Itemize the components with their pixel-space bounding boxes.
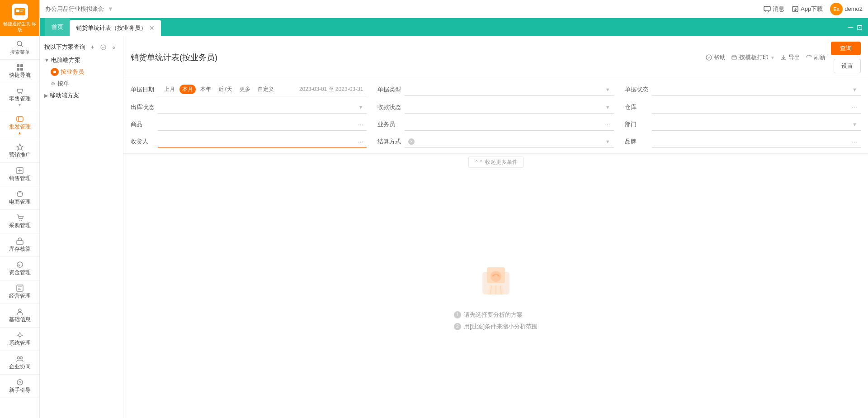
svg-point-47 [491,271,501,282]
user-avatar: Ea [830,3,843,15]
filter-goods: 商品 ··· [131,118,367,131]
appdownload-btn[interactable]: App下载 [792,5,823,13]
collapse-btn[interactable]: ⌃⌃ 收起更多条件 [468,157,524,168]
receiptstatus-select[interactable]: ▼ [405,101,613,114]
filter-doctype: 单据类型 ▼ [377,83,613,96]
filter-row-4: 收货人 ··· 结算方式 ✕ ▼ [131,135,861,148]
settlement-label: 结算方式 [377,138,405,146]
scheme-by-salesperson-label: 按业务员 [61,68,84,76]
scheme-by-order-label: 按单 [57,80,69,88]
goods-label: 商品 [131,120,158,128]
maximize-btn[interactable]: ⊡ [857,23,863,32]
refresh-label: 刷新 [814,53,826,62]
filter-docstatus: 单据状态 ▼ [625,83,861,96]
svg-point-49 [497,275,499,276]
left-panel: 按以下方案查询 ＋ « ▼ 电脑端方案 按业务员 [40,36,123,418]
sidebar-item-inventory[interactable]: 库存核算 [0,233,39,257]
sidebar-item-retail[interactable]: 零售管理 ▼ [0,83,39,111]
sidebar-item-purchase[interactable]: 采购管理 [0,210,39,233]
help-btn[interactable]: ? 帮助 [706,53,726,62]
scheme-by-order[interactable]: ⚙ 按单 [40,78,123,90]
sidebar-item-wholesale[interactable]: 批发管理 ▲ [0,111,39,139]
sidebar-item-marketing[interactable]: 营销推广 [0,139,39,163]
sidebar-label-wholesale: 批发管理 [9,123,31,131]
dept-select[interactable]: ▼ [652,118,861,131]
svg-rect-8 [17,68,19,71]
sidebar-item-search[interactable]: 搜索菜单 [0,36,39,60]
filter-row-1: 单据日期 上月 本月 本年 近7天 更多 自定义 2023-03-01 至 20… [131,83,861,96]
svg-rect-9 [20,68,23,71]
sidebar-item-sales[interactable]: 销售管理 [0,163,39,186]
doctype-select[interactable]: ▼ [405,83,613,96]
collapse-scheme-btn[interactable]: « [109,43,118,52]
sidebar-item-finance[interactable]: ¥ 资金管理 [0,257,39,280]
page-header-actions: ? 帮助 按模板打印 ▼ 导出 刷新 [706,42,861,73]
date-option-more[interactable]: 更多 [237,85,253,94]
goods-select[interactable]: ··· [158,118,367,131]
date-option-custom[interactable]: 自定义 [255,85,277,94]
docstatus-select[interactable]: ▼ [652,83,861,96]
user-menu[interactable]: Ea demo2 [830,3,863,15]
query-button[interactable]: 查询 [831,42,861,55]
tab-close-btn[interactable]: ✕ [149,25,155,31]
add-scheme-btn[interactable]: ＋ [88,43,97,52]
date-picker[interactable]: 上月 本月 本年 近7天 更多 自定义 2023-03-01 至 2023-03… [158,83,367,96]
sidebar-label-purchase: 采购管理 [9,222,31,229]
consignee-input[interactable]: ··· [158,135,367,148]
tab-sales-stat[interactable]: 销货单统计表（按业务员） ✕ [70,20,161,36]
message-btn[interactable]: 消息 [764,5,784,13]
message-label: 消息 [773,5,784,13]
svg-point-19 [19,220,20,221]
sidebar-item-quicknav[interactable]: 快捷导航 [0,60,39,83]
doctype-label: 单据类型 [377,86,405,94]
logo-text: 畅捷通好生意 标版 [2,21,38,33]
date-option-thismonth[interactable]: 本月 [179,85,196,94]
tabbar: 首页 销货单统计表（按业务员） ✕ ─ ⊡ [40,18,868,36]
sidebar-item-operations[interactable]: 经营管理 [0,280,39,304]
empty-tip-2: 2 用[过滤]条件来缩小分析范围 [454,323,538,331]
doctype-chevron: ▼ [605,87,610,92]
scheme-desktop[interactable]: ▼ 电脑端方案 [40,54,123,66]
salesperson-select[interactable]: ··· [405,118,613,131]
tab-home[interactable]: 首页 [45,18,70,36]
date-option-7days[interactable]: 近7天 [216,85,235,94]
outstatus-label: 出库状态 [131,103,158,111]
settlement-clear-btn[interactable]: ✕ [408,138,415,145]
tip-num-2: 2 [454,323,461,330]
sidebar-item-collab[interactable]: 企业协同 [0,351,39,375]
svg-point-20 [21,220,22,221]
settings-button[interactable]: 设置 [834,59,861,73]
settlement-select[interactable]: ✕ ▼ [405,135,613,148]
print-label: 按模板打印 [739,53,769,62]
sidebar-logo[interactable]: 畅捷通好生意 标版 [0,0,39,36]
consignee-label: 收货人 [131,138,158,146]
warehouse-select[interactable]: ··· [652,101,861,114]
brand-select[interactable]: ··· [652,135,861,148]
content-area: 按以下方案查询 ＋ « ▼ 电脑端方案 按业务员 [40,36,868,418]
scheme-by-salesperson[interactable]: 按业务员 [40,66,123,78]
print-btn[interactable]: 按模板打印 ▼ [731,53,775,62]
minimize-btn[interactable]: ─ [848,23,853,31]
refresh-btn[interactable]: 刷新 [806,53,826,62]
sidebar-item-basicinfo[interactable]: 基础信息 [0,304,39,328]
export-btn[interactable]: 导出 [780,53,800,62]
salesperson-label: 业务员 [377,120,405,128]
edit-scheme-btn[interactable] [99,43,108,52]
sidebar-item-ecom[interactable]: 电商管理 [0,186,39,210]
sidebar-label-collab: 企业协同 [9,363,31,370]
sidebar-item-sysadmin[interactable]: 系统管理 [0,328,39,351]
tip-num-1: 1 [454,311,461,318]
date-option-lastmonth[interactable]: 上月 [161,85,178,94]
sidebar-label-basicinfo: 基础信息 [9,316,31,323]
scheme-mobile[interactable]: ▶ 移动端方案 [40,90,123,101]
main-area: 办公用品行业模拟账套 ▼ 消息 App下载 Ea demo2 首页 [40,0,868,418]
sidebar: 畅捷通好生意 标版 搜索菜单 快捷导航 零售管理 ▼ 批发管理 ▲ 营销推广 销… [0,0,40,418]
svg-line-5 [21,45,23,47]
outstatus-select[interactable]: ▼ [158,101,367,114]
date-option-thisyear[interactable]: 本年 [198,85,214,94]
date-range-text: 2023-03-01 至 2023-03-31 [299,86,363,93]
expand-icon-retail: ▼ [18,103,22,107]
sidebar-label-finance: 资金管理 [9,269,31,276]
sidebar-item-newbie[interactable]: ? 新手引导 [0,375,39,398]
receiptstatus-chevron: ▼ [605,104,610,110]
